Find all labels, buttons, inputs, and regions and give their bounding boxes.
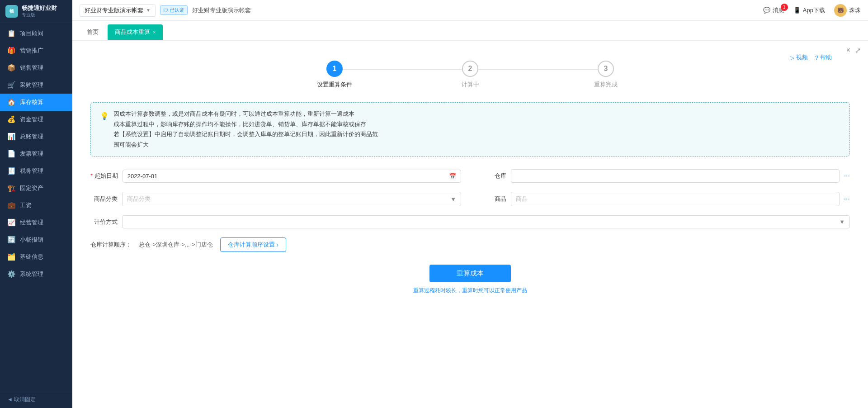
sidebar-item-yingxiao[interactable]: 🎁营销推广 (0, 42, 72, 59)
account-name: 好业财专业版演示帐套 (85, 6, 143, 14)
zijin-icon: 💰 (7, 115, 15, 123)
info-text: 因成本计算参数调整，或是对商品成本有疑问时，可以通过成本重算功能，重新计算一遍成… (113, 109, 378, 150)
recalc-btn-label: 重算成本 (457, 269, 484, 277)
sidebar-item-label-gongzi: 工资 (20, 201, 32, 209)
product-label: 商品 (479, 195, 506, 203)
calendar-icon: 📅 (449, 173, 456, 180)
category-arrow-icon: ▼ (450, 196, 456, 203)
yingxiao-icon: 🎁 (7, 47, 15, 55)
step-label-3: 重算完成 (594, 81, 618, 89)
sidebar-item-label-caigou: 采购管理 (20, 81, 43, 89)
sidebar-item-label-xiaoshou: 销售管理 (20, 64, 43, 72)
sidebar-item-label-xiangmu: 项目顾问 (20, 29, 43, 38)
user-name: 珠珠 (849, 6, 861, 14)
shield-icon: 🛡 (163, 8, 168, 13)
category-row: 商品分类 商品分类 ▼ (90, 192, 461, 206)
warehouse-input[interactable] (511, 169, 840, 183)
start-date-input[interactable]: 2022-07-01 📅 (123, 170, 461, 183)
tab-close-icon[interactable]: × (153, 29, 156, 35)
jichu-icon: 🗂️ (7, 253, 15, 261)
calc-order-btn-label: 仓库计算顺序设置 (228, 241, 275, 249)
company-name: 好业财专业版演示帐套 (192, 6, 251, 14)
step-circle-3: 3 (598, 61, 614, 77)
sidebar-item-xiangmu[interactable]: 📋项目顾问 (0, 25, 72, 42)
tab-active[interactable]: 商品成本重算 × (108, 24, 163, 40)
product-placeholder: 商品 (516, 195, 528, 203)
app-download-button[interactable]: 📱 App下载 (793, 6, 825, 14)
sidebar-item-label-yingxiao: 营销推广 (20, 47, 43, 55)
step-line-1 (343, 69, 462, 70)
xiaoshou-icon: 📦 (7, 64, 15, 72)
info-box: 💡 因成本计算参数调整，或是对商品成本有疑问时，可以通过成本重算功能，重新计算一… (90, 102, 850, 157)
baoxiao-icon: 🔄 (7, 236, 15, 244)
step-label-2: 计算中 (462, 81, 479, 89)
jingying-icon: 📈 (7, 218, 15, 227)
page-content: × ⤢ ▷ 视频 ? 帮助 1设置重算条件2计算中3重算完成 💡 因成本计算参数… (72, 41, 868, 408)
pricing-row: 计价方式 ▼ (90, 215, 850, 228)
sidebar-item-xiaoshou[interactable]: 📦销售管理 (0, 59, 72, 76)
step-label-1: 设置重算条件 (317, 81, 352, 89)
tab-home[interactable]: 首页 (80, 24, 106, 40)
warehouse-label: 仓库 (479, 172, 506, 180)
stepper: 1设置重算条件2计算中3重算完成 (90, 61, 850, 89)
sidebar-item-label-xitong: 系统管理 (20, 270, 43, 278)
kucun-icon: 🏠 (7, 98, 15, 106)
close-window-icon[interactable]: × (846, 46, 850, 55)
sidebar-item-shuiwu[interactable]: 🧾税务管理 (0, 162, 72, 180)
calc-order-settings-button[interactable]: 仓库计算顺序设置 › (220, 237, 286, 252)
pricing-select[interactable]: ▼ (122, 215, 850, 228)
user-avatar-area[interactable]: 🐻 珠珠 (834, 4, 861, 17)
verified-badge-inner: 🛡 已认证 (160, 5, 188, 15)
warehouse-row: 仓库 ··· (479, 169, 850, 183)
start-date-row: 起始日期 2022-07-01 📅 (90, 169, 461, 183)
step-circle-2: 2 (462, 61, 478, 77)
recalc-button[interactable]: 重算成本 (429, 265, 511, 282)
sidebar-item-fapiao[interactable]: 📄发票管理 (0, 145, 72, 162)
pricing-arrow-icon: ▼ (839, 218, 845, 225)
zhangwu-icon: 📊 (7, 133, 15, 141)
window-controls: × ⤢ (846, 46, 861, 55)
sidebar-item-jichu[interactable]: 🗂️基础信息 (0, 248, 72, 266)
main-area: 好业财专业版演示帐套 ▼ 🛡 已认证 好业财专业版演示帐套 💬 消息 1 📱 A… (72, 0, 868, 408)
account-selector[interactable]: 好业财专业版演示帐套 ▼ (80, 4, 156, 17)
warehouse-more-icon[interactable]: ··· (844, 172, 850, 180)
start-date-label: 起始日期 (90, 172, 118, 180)
sidebar-item-label-kucun: 库存核算 (20, 98, 43, 106)
sidebar-item-baoxiao[interactable]: 🔄小畅报销 (0, 231, 72, 248)
form-grid: 起始日期 2022-07-01 📅 仓库 ··· 商品分类 商品分类 ▼ (90, 169, 850, 206)
info-line4: 围可能会扩大 (113, 140, 378, 150)
sidebar-item-jingying[interactable]: 📈经营管理 (0, 214, 72, 231)
sidebar-footer[interactable]: ◄ 取消固定 (0, 391, 72, 408)
sidebar-nav: 📋项目顾问🎁营销推广📦销售管理🛒采购管理🏠库存核算💰资金管理📊总账管理📄发票管理… (0, 23, 72, 391)
fapiao-icon: 📄 (7, 150, 15, 158)
step-circle-1: 1 (326, 61, 343, 77)
step-item-1: 1设置重算条件 (267, 61, 402, 89)
message-button[interactable]: 💬 消息 1 (763, 6, 784, 14)
product-input[interactable]: 商品 (511, 192, 840, 206)
sidebar-item-label-zhangwu: 总账管理 (20, 133, 43, 141)
message-icon: 💬 (763, 7, 770, 14)
topbar-right: 💬 消息 1 📱 App下载 🐻 珠珠 (763, 4, 861, 17)
sidebar-item-caigou[interactable]: 🛒采购管理 (0, 76, 72, 94)
tabbar: 首页 商品成本重算 × (72, 21, 868, 41)
sidebar-item-zhangwu[interactable]: 📊总账管理 (0, 128, 72, 145)
message-badge: 1 (781, 4, 788, 11)
product-more-icon[interactable]: ··· (844, 195, 850, 203)
calc-order-value: 总仓->深圳仓库->...->门店仓 (139, 241, 213, 249)
sidebar-item-zijin[interactable]: 💰资金管理 (0, 111, 72, 128)
pricing-label: 计价方式 (90, 218, 118, 226)
sidebar-item-guchang[interactable]: 🏗️固定资产 (0, 180, 72, 197)
sidebar-subtitle: 专业版 (22, 12, 57, 18)
sidebar-item-label-baoxiao: 小畅报销 (20, 236, 43, 244)
sidebar-item-gongzi[interactable]: 💼工资 (0, 197, 72, 214)
gongzi-icon: 💼 (7, 201, 15, 209)
start-date-value: 2022-07-01 (127, 173, 158, 180)
expand-window-icon[interactable]: ⤢ (855, 46, 861, 55)
sidebar-item-xitong[interactable]: ⚙️系统管理 (0, 266, 72, 283)
tab-active-label: 商品成本重算 (115, 28, 150, 36)
category-select[interactable]: 商品分类 ▼ (122, 192, 461, 206)
recalc-hint: 重算过程耗时较长，重算时您可以正常使用产品 (413, 287, 527, 294)
sidebar-item-label-fapiao: 发票管理 (20, 150, 43, 158)
tab-home-label: 首页 (87, 28, 99, 36)
sidebar-item-kucun[interactable]: 🏠库存核算 (0, 94, 72, 111)
